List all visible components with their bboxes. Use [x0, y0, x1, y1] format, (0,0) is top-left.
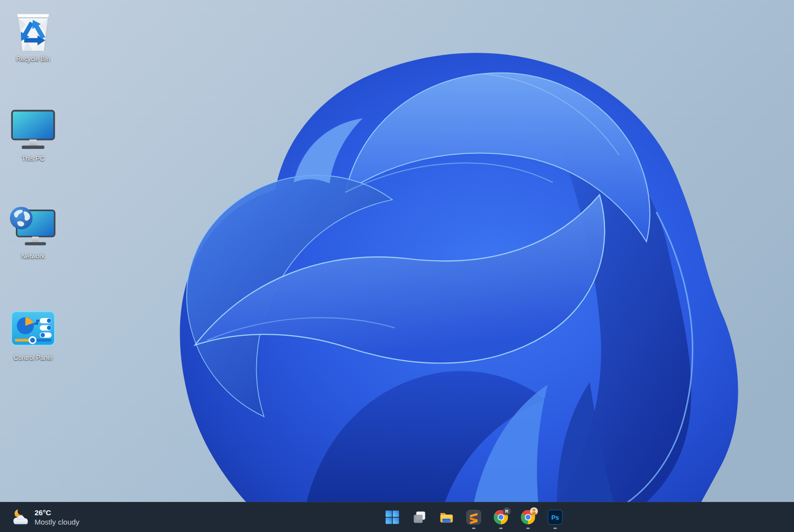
wallpaper-bloom — [0, 0, 794, 532]
start-button[interactable] — [381, 504, 404, 531]
desktop-icon-label: Recycle Bin — [16, 55, 50, 63]
task-view-button[interactable] — [408, 504, 431, 531]
file-explorer-folder-icon — [439, 510, 454, 525]
desktop-icon-label: Network — [21, 252, 45, 260]
desktop-icon-recycle-bin[interactable]: Recycle Bin — [1, 5, 65, 63]
weather-text: 26°C Mostly cloudy — [35, 508, 79, 527]
network-icon — [8, 202, 58, 251]
chrome-button-profile-r[interactable]: R — [490, 504, 512, 531]
desktop-icon-network[interactable]: Network — [1, 202, 65, 260]
photoshop-icon-label: Ps — [551, 514, 559, 521]
file-explorer-button[interactable] — [435, 504, 458, 531]
photoshop-icon: Ps — [548, 510, 563, 525]
chrome-button-profile-avatar[interactable] — [517, 504, 539, 531]
desktop-icon-label: This PC — [22, 155, 44, 163]
weather-temperature: 26°C — [35, 508, 79, 518]
this-pc-icon — [8, 105, 58, 154]
photoshop-button[interactable]: Ps — [544, 504, 567, 531]
sublime-text-icon — [466, 510, 481, 525]
sublime-text-button[interactable] — [462, 504, 485, 531]
task-view-icon — [412, 510, 427, 525]
taskbar-weather-widget[interactable]: 26°C Mostly cloudy — [5, 502, 85, 532]
windows-logo-icon — [385, 510, 400, 525]
control-panel-icon — [8, 304, 58, 353]
windows-desktop: Recycle Bin This PC Network — [0, 0, 794, 532]
desktop-icon-this-pc[interactable]: This PC — [1, 105, 65, 163]
running-indicator — [472, 528, 476, 529]
chrome-profile-avatar-badge — [530, 507, 538, 515]
desktop-icon-label: Control Panel — [14, 354, 53, 362]
taskbar-app-buttons: R Ps — [381, 502, 567, 532]
taskbar: 26°C Mostly cloudy — [0, 502, 794, 532]
recycle-bin-icon — [8, 5, 58, 54]
desktop-icon-control-panel[interactable]: Control Panel — [1, 304, 65, 362]
weather-condition: Mostly cloudy — [35, 517, 79, 527]
running-indicator — [499, 528, 503, 529]
chrome-profile-r-badge: R — [503, 507, 511, 515]
running-indicator — [527, 528, 530, 529]
running-indicator — [554, 528, 557, 529]
weather-moon-cloud-icon — [11, 508, 30, 526]
